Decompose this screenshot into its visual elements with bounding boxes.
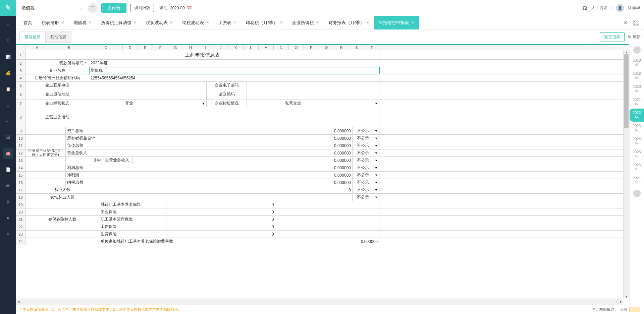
logo: ✎ xyxy=(0,0,16,16)
main-tab[interactable]: 税表清册✕ xyxy=(37,16,69,16)
feather-icon: ✎ xyxy=(5,4,11,12)
list-icon: ☰ xyxy=(91,6,95,10)
main-tab[interactable]: 纳税波动表✕ xyxy=(177,16,214,16)
main-tab[interactable]: 企业所得税✕ xyxy=(287,16,324,16)
main-tab[interactable]: 印花税（月/季）✕ xyxy=(241,16,287,16)
main-tab[interactable]: 增值税✕ xyxy=(69,16,96,16)
worktab-button[interactable]: 工作台 xyxy=(101,3,126,13)
main-tab[interactable]: 工资表✕ xyxy=(214,16,241,16)
main-tab[interactable]: 税负波动表✕ xyxy=(141,16,177,16)
divider xyxy=(611,5,612,11)
app-selector[interactable]: 增值税 ⌄ xyxy=(19,5,86,11)
calendar-icon[interactable]: 📅 xyxy=(187,6,192,10)
consult-link[interactable]: 人工咨询 xyxy=(591,5,607,11)
period-value[interactable]: 2023-09 xyxy=(170,6,185,10)
username[interactable]: 徐泽华 xyxy=(628,5,640,11)
list-button[interactable]: ☰ xyxy=(88,3,97,13)
period-label: 账期 xyxy=(159,5,167,11)
chevron-down-icon: ⌄ xyxy=(79,5,83,11)
switch-old-button[interactable]: 切到旧版 xyxy=(130,4,154,12)
top-header: ✎ 增值税 ⌄ ☰ 工作台 切到旧版 账期 2023-09 📅 🎧 人工咨询 👤… xyxy=(0,0,644,16)
main-tab[interactable]: 首页 xyxy=(19,16,37,16)
app-name: 增值税 xyxy=(21,5,35,11)
main-tab[interactable]: 财务报表（月/季）✕ xyxy=(324,16,374,16)
avatar[interactable]: 👤 xyxy=(616,4,624,12)
main-tab[interactable]: 年报信息申报表✕ xyxy=(374,16,419,16)
headset-icon: 🎧 xyxy=(582,6,587,10)
main-tab[interactable]: 所得税汇算清缴✕ xyxy=(96,16,141,16)
